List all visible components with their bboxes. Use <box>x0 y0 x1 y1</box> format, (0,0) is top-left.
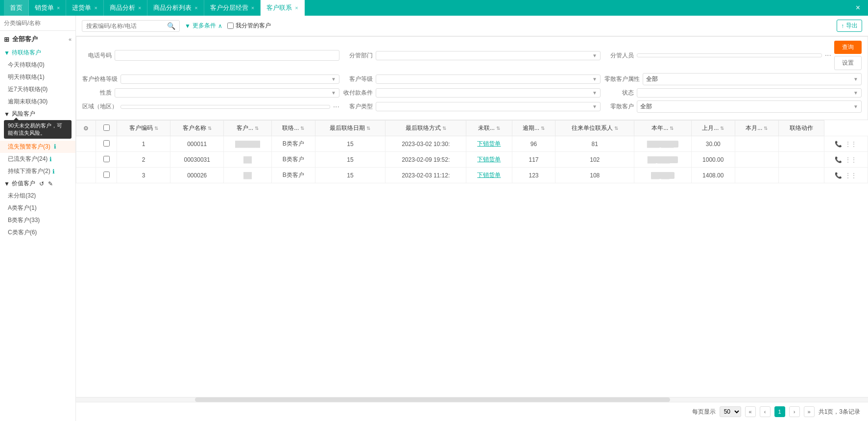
call-icon[interactable]: 📞 <box>835 141 842 148</box>
last-method-link[interactable]: 下销货单 <box>477 140 501 147</box>
settings-button[interactable]: 设置 <box>834 56 862 70</box>
sidebar-group-risk[interactable]: ▼ 风险客户 <box>0 108 75 120</box>
th-contact-person[interactable]: 往来单位联系人⇅ <box>555 121 634 136</box>
filter-zero-prop-select[interactable]: 全部 ▼ <box>643 73 862 85</box>
th-last-month[interactable]: 上月...⇅ <box>691 121 735 136</box>
sidebar-item-overdue[interactable]: 逾期未联络(30) <box>0 96 75 108</box>
filter-zero-customer-select[interactable]: 全部 ▼ <box>637 100 862 113</box>
sidebar-item-class-a[interactable]: A类客户(1) <box>0 202 75 214</box>
more-filter-button[interactable]: ▼ 更多条件 ∧ <box>185 22 222 30</box>
cell-last-method[interactable]: 下销货单 <box>466 152 512 168</box>
tab-product-analysis-list[interactable]: 商品分析列表 × <box>147 0 204 16</box>
last-page-button[interactable]: » <box>804 406 815 417</box>
main-search-icon[interactable]: 🔍 <box>167 22 175 30</box>
call-icon[interactable]: 📞 <box>835 172 842 179</box>
cell-checkbox[interactable] <box>96 168 117 183</box>
tab-product-analysis-list-close[interactable]: × <box>194 5 197 11</box>
first-page-button[interactable]: « <box>745 406 756 417</box>
filter-region-dots[interactable]: ··· <box>333 102 339 111</box>
th-checkbox[interactable] <box>96 121 117 136</box>
tab-sales-close[interactable]: × <box>57 5 60 11</box>
th-no-contact[interactable]: 未联...⇅ <box>466 121 512 136</box>
sidebar-item-week-pending[interactable]: 近7天待联络(0) <box>0 83 75 96</box>
value-refresh-icon[interactable]: ↺ <box>39 180 44 187</box>
horizontal-scrollbar[interactable] <box>76 397 868 402</box>
cell-checkbox[interactable] <box>96 136 117 152</box>
cell-action[interactable]: 📞 ⋮⋮ <box>824 152 868 168</box>
th-this-year[interactable]: 本年...⇅ <box>634 121 692 136</box>
tab-customer-contact-close[interactable]: × <box>295 5 298 11</box>
more-action-icon[interactable]: ⋮⋮ <box>845 156 857 163</box>
tab-purchase-close[interactable]: × <box>94 5 97 11</box>
sidebar-item-class-b[interactable]: B类客户(33) <box>0 214 75 226</box>
filter-manager-select[interactable] <box>637 53 822 57</box>
sidebar-group-pending[interactable]: ▼ 待联络客户 <box>0 47 75 59</box>
current-page-button[interactable]: 1 <box>774 406 785 417</box>
cell-last-method[interactable]: 下销货单 <box>466 168 512 183</box>
cell-action[interactable]: 📞 ⋮⋮ <box>824 168 868 183</box>
sidebar-item-class-c[interactable]: C类客户(6) <box>0 226 75 239</box>
sidebar-item-declining[interactable]: 持续下滑客户(2) ℹ <box>0 165 75 177</box>
filter-nature-select[interactable]: ▼ <box>115 88 339 98</box>
cell-last-method[interactable]: 下销货单 <box>466 136 512 152</box>
th-last-method[interactable]: 最后联络方式⇅ <box>386 121 466 136</box>
sidebar-collapse-btn[interactable]: « <box>69 36 72 42</box>
action-icons[interactable]: 📞 ⋮⋮ <box>828 172 864 179</box>
filter-price-level-select[interactable]: ▼ <box>121 74 339 84</box>
filter-customer-level-select[interactable]: ▼ <box>376 74 601 84</box>
sidebar-item-tomorrow-pending[interactable]: 明天待联络(1) <box>0 71 75 83</box>
th-contact[interactable]: 联络...⇅ <box>271 121 315 136</box>
select-all-checkbox[interactable] <box>103 124 110 131</box>
tab-purchase[interactable]: 进货单 × <box>66 0 103 16</box>
call-icon[interactable]: 📞 <box>835 156 842 163</box>
th-type[interactable]: 客户...⇅ <box>224 121 272 136</box>
th-name[interactable]: 客户名称⇅ <box>170 121 224 136</box>
th-settings[interactable]: ⚙ <box>76 121 96 136</box>
filter-manager-dots[interactable]: ··· <box>825 51 831 60</box>
filter-region-select[interactable] <box>121 105 330 109</box>
action-icons[interactable]: 📞 ⋮⋮ <box>828 141 864 148</box>
filter-phone-input[interactable] <box>115 50 339 61</box>
th-overdue[interactable]: 逾期...⇅ <box>512 121 555 136</box>
tab-product-analysis[interactable]: 商品分析 × <box>104 0 147 16</box>
filter-dept-select[interactable]: ▼ <box>376 51 601 60</box>
my-customer-checkbox[interactable] <box>227 23 234 29</box>
sidebar-item-today-pending[interactable]: 今天待联络(0) <box>0 59 75 71</box>
tab-customer-segment-close[interactable]: × <box>251 5 254 11</box>
tab-customer-contact[interactable]: 客户联系 × <box>261 0 304 16</box>
filter-status-select[interactable]: ▼ <box>637 88 862 98</box>
sidebar-search-input[interactable] <box>4 20 76 26</box>
cell-checkbox[interactable] <box>96 152 117 168</box>
filter-payment-select[interactable]: ▼ <box>376 88 601 98</box>
tab-customer-segment[interactable]: 客户分层经营 × <box>204 0 261 16</box>
sidebar-group-value[interactable]: ▼ 价值客户 ↺ ✎ <box>0 177 75 190</box>
per-page-select[interactable]: 50 <box>720 406 741 417</box>
sidebar-item-ungroups[interactable]: 未分组(32) <box>0 190 75 202</box>
row-checkbox[interactable] <box>103 156 110 162</box>
th-last-date[interactable]: 最后联络日期⇅ <box>315 121 385 136</box>
last-method-link[interactable]: 下销货单 <box>477 156 501 163</box>
tab-home[interactable]: 首页 <box>4 0 29 16</box>
tab-sales[interactable]: 销货单 × <box>29 0 66 16</box>
sidebar-item-churned[interactable]: 已流失客户(24) ℹ <box>0 153 75 165</box>
column-settings-icon[interactable]: ⚙ <box>83 125 89 132</box>
more-action-icon[interactable]: ⋮⋮ <box>845 141 857 148</box>
th-this-month[interactable]: 本月...⇅ <box>735 121 778 136</box>
row-checkbox[interactable] <box>103 172 110 178</box>
filter-customer-type-select[interactable]: ▼ <box>376 102 601 111</box>
next-page-button[interactable]: › <box>789 406 800 417</box>
sidebar-item-churn-warning[interactable]: 流失预警客户(3) ℹ <box>0 141 75 153</box>
main-search-input[interactable] <box>86 23 165 29</box>
action-icons[interactable]: 📞 ⋮⋮ <box>828 156 864 163</box>
cell-action[interactable]: 📞 ⋮⋮ <box>824 136 868 152</box>
th-code[interactable]: 客户编码⇅ <box>117 121 170 136</box>
prev-page-button[interactable]: ‹ <box>760 406 771 417</box>
more-action-icon[interactable]: ⋮⋮ <box>845 172 857 179</box>
last-method-link[interactable]: 下销货单 <box>477 172 501 178</box>
my-customer-checkbox-area[interactable]: 我分管的客户 <box>227 22 271 30</box>
row-checkbox[interactable] <box>103 140 110 147</box>
export-button[interactable]: ↑ 导出 <box>837 20 862 32</box>
value-edit-icon[interactable]: ✎ <box>48 180 53 187</box>
query-button[interactable]: 查询 <box>834 41 862 54</box>
tab-product-analysis-close[interactable]: × <box>138 5 141 11</box>
